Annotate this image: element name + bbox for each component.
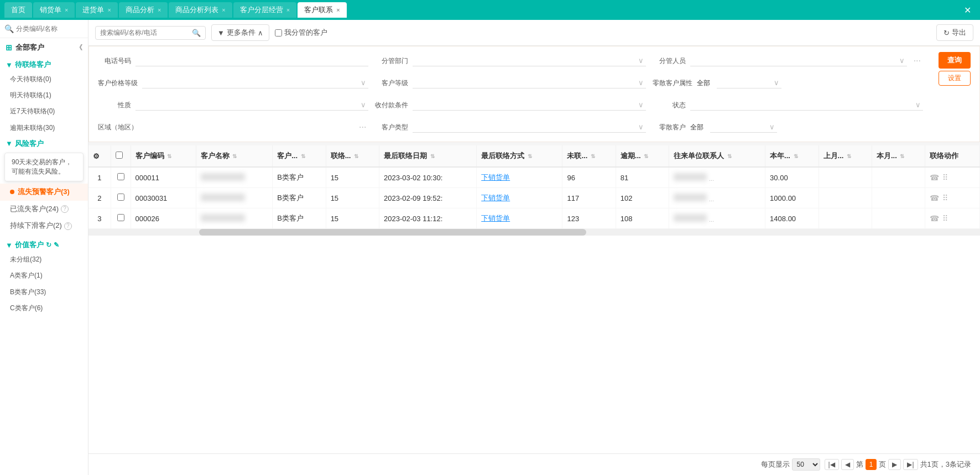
close-customer-tier-icon[interactable]: × [286, 7, 290, 13]
sort-name-icon[interactable]: ⇅ [232, 153, 237, 159]
sidebar-item-class-b[interactable]: B类客户(33) [0, 284, 88, 300]
last-method-link-0[interactable]: 下销货单 [481, 173, 510, 181]
filter-select-status[interactable]: ∨ [690, 100, 923, 111]
filter-row-3: 区域（地区） ··· 客户类型 ∨ 零散客户 全部 [98, 118, 930, 136]
search-input[interactable] [100, 29, 189, 36]
col-settings[interactable]: ⚙ [88, 145, 111, 167]
row-checkbox-1[interactable] [117, 194, 124, 201]
sort-overdue-icon[interactable]: ⇅ [644, 153, 648, 159]
sidebar-item-class-c[interactable]: C类客户(6) [0, 300, 88, 316]
row-checkbox-2[interactable] [117, 214, 124, 221]
content-area: 🔍 ▼ 更多条件 ∧ 我分管的客户 ↻ 导出 [88, 20, 980, 475]
export-button[interactable]: ↻ 导出 [936, 24, 973, 41]
next-page-button[interactable]: ▶ [888, 459, 901, 470]
sort-contacts-icon[interactable]: ⇅ [354, 153, 358, 159]
sort-last-month-icon[interactable]: ⇅ [847, 153, 851, 159]
filter-sparse-attr-arrow-icon: ∨ [774, 79, 779, 87]
sort-code-icon[interactable]: ⇅ [167, 153, 171, 159]
close-customer-contact-icon[interactable]: × [336, 7, 340, 13]
select-all-checkbox[interactable] [116, 152, 123, 159]
collapse-icon[interactable]: 《 [76, 43, 82, 53]
sort-last-method-icon[interactable]: ⇅ [528, 153, 532, 159]
first-page-button[interactable]: |◀ [825, 459, 839, 470]
query-button[interactable]: 查询 [939, 52, 971, 69]
cell-name-1[interactable] [196, 188, 273, 208]
filter-select-price-level[interactable]: ∨ [142, 77, 368, 88]
nav-tab-customer-contact[interactable]: 客户联系 × [298, 2, 346, 18]
scrollbar-thumb[interactable] [199, 229, 586, 236]
nav-tab-home[interactable]: 首页 [4, 2, 32, 18]
last-method-link-1[interactable]: 下销货单 [481, 194, 510, 202]
row-checkbox-0[interactable] [117, 173, 124, 180]
more-filters-button[interactable]: ▼ 更多条件 ∧ [211, 24, 269, 41]
nav-tab-product-analysis-list[interactable]: 商品分析列表 × [169, 2, 232, 18]
value-refresh-icon[interactable]: ↻ [46, 241, 51, 249]
filter-select-customer-type[interactable]: ∨ [413, 122, 645, 133]
close-product-analysis-list-icon[interactable]: × [222, 7, 225, 13]
sidebar-item-tomorrow-pending[interactable]: 明天待联络(1) [0, 87, 88, 103]
sidebar-item-class-a[interactable]: A类客户(1) [0, 268, 88, 284]
close-purchase-icon[interactable]: × [107, 7, 111, 13]
action-phone-icon-1[interactable]: ☎ [930, 194, 939, 202]
last-method-link-2[interactable]: 下销货单 [481, 214, 510, 222]
value-edit-icon[interactable]: ✎ [54, 241, 59, 249]
sidebar-item-today-pending[interactable]: 今天待联络(0) [0, 71, 88, 87]
action-more-icon-1[interactable]: ⠿ [942, 194, 948, 202]
sidebar-item-churned[interactable]: 已流失客户(24) ? [0, 201, 88, 218]
sidebar-item-overdue[interactable]: 逾期未联络(30) [0, 120, 88, 136]
current-page-button[interactable]: 1 [866, 459, 877, 470]
action-phone-icon-2[interactable]: ☎ [930, 214, 939, 223]
close-sales-icon[interactable]: × [65, 7, 68, 13]
sidebar-search-input[interactable] [16, 25, 88, 33]
cell-name-0[interactable] [196, 167, 273, 188]
my-customers-checkbox-label[interactable]: 我分管的客户 [275, 28, 327, 38]
all-customers-header[interactable]: ⊞ 全部客户 《 [0, 38, 88, 57]
filter-input-phone[interactable] [135, 56, 368, 66]
cell-type-0: B类客户 [273, 167, 326, 188]
prev-page-button[interactable]: ◀ [841, 459, 854, 470]
filter-label-payment: 收付款条件 [375, 101, 408, 110]
filter-region-dots-icon[interactable]: ··· [357, 122, 368, 132]
sidebar-item-churn-warning[interactable]: 流失预警客户(3) [0, 184, 88, 201]
declining-info-icon[interactable]: ? [64, 222, 72, 230]
sort-type-icon[interactable]: ⇅ [301, 153, 305, 159]
sidebar-item-week-pending[interactable]: 近7天待联络(0) [0, 103, 88, 119]
cell-action-0: ☎ ⠿ [925, 167, 980, 188]
declining-label: 持续下滑客户(2) [10, 220, 62, 232]
filter-select-sparse-attr[interactable]: ∨ [717, 77, 782, 88]
filter-select-nature[interactable]: ∨ [135, 100, 368, 111]
cell-contacts-0: 15 [326, 167, 379, 188]
search-box: 🔍 [95, 26, 206, 40]
horizontal-scrollbar[interactable] [88, 229, 980, 236]
nav-tab-purchase[interactable]: 进货单 × [76, 2, 117, 18]
sort-unit-contact-icon[interactable]: ⇅ [727, 153, 732, 159]
sort-unreached-icon[interactable]: ⇅ [591, 153, 595, 159]
my-customers-checkbox[interactable] [275, 29, 282, 36]
filter-manager-dots-icon[interactable]: ··· [911, 56, 923, 66]
filter-select-customer-level[interactable]: ∨ [413, 77, 645, 88]
churned-info-icon[interactable]: ? [61, 205, 69, 213]
action-more-icon-2[interactable]: ⠿ [942, 214, 948, 223]
sort-this-year-icon[interactable]: ⇅ [794, 153, 798, 159]
page-size-select[interactable]: 50 100 [792, 458, 820, 471]
window-close-button[interactable]: ✕ [960, 3, 976, 18]
action-phone-icon-0[interactable]: ☎ [930, 173, 939, 182]
settings-button[interactable]: 设置 [939, 71, 971, 86]
filter-label-price-level: 客户价格等级 [98, 79, 138, 88]
sidebar-item-declining[interactable]: 持续下滑客户(2) ? [0, 217, 88, 234]
cell-name-2[interactable] [196, 208, 273, 229]
action-more-icon-0[interactable]: ⠿ [942, 173, 948, 182]
filter-select-payment[interactable]: ∨ [413, 100, 645, 111]
cell-index-0: 1 [88, 167, 111, 188]
last-page-button[interactable]: ▶| [903, 459, 918, 470]
filter-select-dept[interactable]: ∨ [413, 55, 645, 66]
sidebar-item-ungroup[interactable]: 未分组(32) [0, 252, 88, 268]
filter-select-sparse-customer[interactable]: ∨ [710, 122, 777, 133]
sort-last-date-icon[interactable]: ⇅ [430, 153, 435, 159]
nav-tab-product-analysis[interactable]: 商品分析 × [119, 2, 168, 18]
nav-tab-sales[interactable]: 销货单 × [33, 2, 75, 18]
filter-select-manager[interactable]: ∨ [690, 55, 907, 66]
nav-tab-customer-tier[interactable]: 客户分层经营 × [233, 2, 296, 18]
close-product-analysis-icon[interactable]: × [158, 7, 161, 13]
sort-this-month-icon[interactable]: ⇅ [900, 153, 904, 159]
